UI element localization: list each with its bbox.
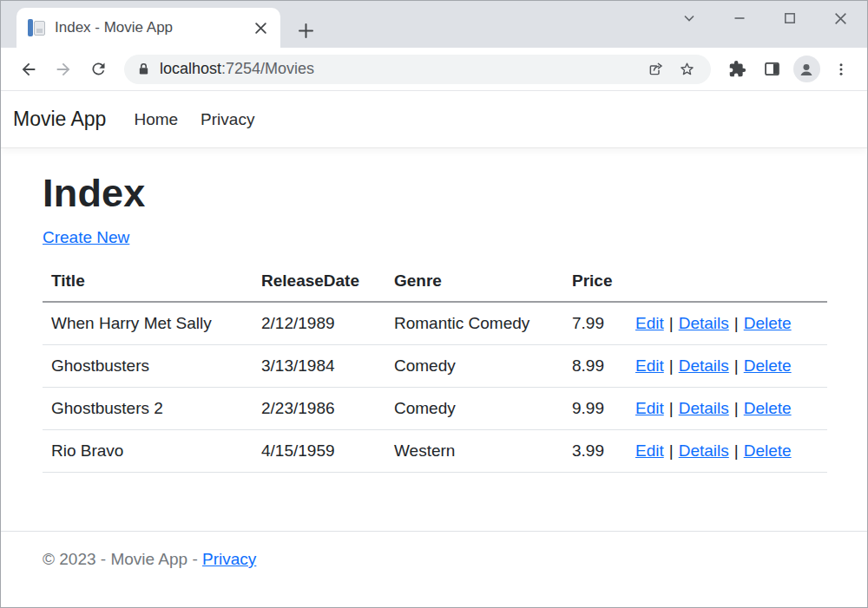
details-link[interactable]: Details <box>679 399 729 417</box>
action-separator: | <box>669 356 674 375</box>
table-row: Ghostbusters 3/13/1984 Comedy 8.99 Edit|… <box>43 345 827 388</box>
create-new-link[interactable]: Create New <box>43 228 129 247</box>
site-navbar: Movie App Home Privacy <box>1 91 867 148</box>
maximize-icon[interactable] <box>765 1 815 36</box>
address-bar[interactable]: localhost:7254/Movies <box>124 55 711 84</box>
back-icon[interactable] <box>11 52 46 87</box>
delete-link[interactable]: Delete <box>744 314 792 332</box>
reload-icon[interactable] <box>81 52 115 87</box>
delete-link[interactable]: Delete <box>744 441 792 460</box>
browser-window: Index - Movie App <box>0 0 868 608</box>
action-separator: | <box>734 399 739 417</box>
cell-actions: Edit|Details|Delete <box>627 388 827 430</box>
url-text: localhost:7254/Movies <box>160 60 640 78</box>
edit-link[interactable]: Edit <box>635 356 664 375</box>
kebab-menu-icon[interactable] <box>824 52 858 87</box>
table-header-row: Title ReleaseDate Genre Price <box>43 261 827 302</box>
cell-actions: Edit|Details|Delete <box>627 302 827 345</box>
cell-price: 7.99 <box>563 302 627 345</box>
col-header-price: Price <box>563 261 627 302</box>
url-path: :7254/Movies <box>221 60 314 77</box>
url-host: localhost <box>160 60 221 77</box>
movies-table: Title ReleaseDate Genre Price When Harry… <box>43 261 827 473</box>
cell-price: 3.99 <box>563 430 627 473</box>
details-link[interactable]: Details <box>679 314 729 332</box>
main-content: Index Create New Title ReleaseDate Genre… <box>43 148 827 473</box>
tab-strip: Index - Movie App <box>1 1 867 48</box>
col-header-actions <box>627 261 827 302</box>
browser-toolbar: localhost:7254/Movies <box>1 48 867 91</box>
forward-icon[interactable] <box>46 52 81 87</box>
bookmark-star-icon[interactable] <box>671 55 702 84</box>
table-row: When Harry Met Sally 2/12/1989 Romantic … <box>43 302 827 345</box>
footer-text: © 2023 - Movie App - <box>43 550 202 568</box>
edit-link[interactable]: Edit <box>635 314 664 332</box>
side-panel-icon[interactable] <box>754 52 789 87</box>
cell-actions: Edit|Details|Delete <box>627 345 827 388</box>
nav-link-home[interactable]: Home <box>134 110 178 129</box>
details-link[interactable]: Details <box>679 441 729 460</box>
cell-title: Ghostbusters <box>43 345 253 388</box>
col-header-releasedate: ReleaseDate <box>253 261 385 302</box>
cell-price: 9.99 <box>563 388 627 430</box>
details-link[interactable]: Details <box>679 356 729 375</box>
window-controls <box>664 1 865 36</box>
table-row: Rio Bravo 4/15/1959 Western 3.99 Edit|De… <box>43 430 827 473</box>
new-tab-button[interactable] <box>291 16 320 45</box>
col-header-genre: Genre <box>385 261 563 302</box>
minimize-icon[interactable] <box>714 1 765 36</box>
action-separator: | <box>669 399 674 417</box>
site-footer: © 2023 - Movie App - Privacy <box>1 531 867 607</box>
close-icon[interactable] <box>815 1 865 36</box>
edit-link[interactable]: Edit <box>635 441 664 460</box>
favicon-icon <box>28 18 46 37</box>
edit-link[interactable]: Edit <box>635 399 664 417</box>
cell-title: Rio Bravo <box>43 430 253 473</box>
cell-release-date: 3/13/1984 <box>253 345 385 388</box>
cell-actions: Edit|Details|Delete <box>627 430 827 473</box>
toolbar-right <box>720 52 858 87</box>
action-separator: | <box>669 314 674 332</box>
cell-release-date: 2/12/1989 <box>253 302 385 345</box>
lock-icon[interactable] <box>136 62 151 76</box>
navbar-brand[interactable]: Movie App <box>13 108 106 131</box>
cell-release-date: 2/23/1986 <box>253 388 385 430</box>
action-separator: | <box>734 356 739 375</box>
page-title: Index <box>43 171 827 216</box>
browser-tab[interactable]: Index - Movie App <box>16 8 280 48</box>
share-icon[interactable] <box>640 55 671 84</box>
delete-link[interactable]: Delete <box>744 399 792 417</box>
cell-price: 8.99 <box>563 345 627 388</box>
cell-genre: Comedy <box>385 388 563 430</box>
extensions-puzzle-icon[interactable] <box>720 52 754 87</box>
cell-genre: Western <box>385 430 563 473</box>
table-row: Ghostbusters 2 2/23/1986 Comedy 9.99 Edi… <box>43 388 827 430</box>
cell-title: Ghostbusters 2 <box>43 388 253 430</box>
cell-genre: Romantic Comedy <box>385 302 563 345</box>
footer-privacy-link[interactable]: Privacy <box>202 550 256 568</box>
tab-title: Index - Movie App <box>55 19 249 36</box>
action-separator: | <box>734 441 739 460</box>
profile-avatar[interactable] <box>789 52 824 87</box>
cell-release-date: 4/15/1959 <box>253 430 385 473</box>
page-content: Movie App Home Privacy Index Create New … <box>1 91 867 607</box>
chevron-down-icon[interactable] <box>664 1 714 36</box>
avatar-icon <box>793 56 820 82</box>
nav-link-privacy[interactable]: Privacy <box>201 110 254 129</box>
delete-link[interactable]: Delete <box>744 356 792 375</box>
cell-genre: Comedy <box>385 345 563 388</box>
action-separator: | <box>669 441 674 460</box>
tab-close-icon[interactable] <box>249 16 272 39</box>
col-header-title: Title <box>43 261 253 302</box>
action-separator: | <box>734 314 739 332</box>
cell-title: When Harry Met Sally <box>43 302 253 345</box>
